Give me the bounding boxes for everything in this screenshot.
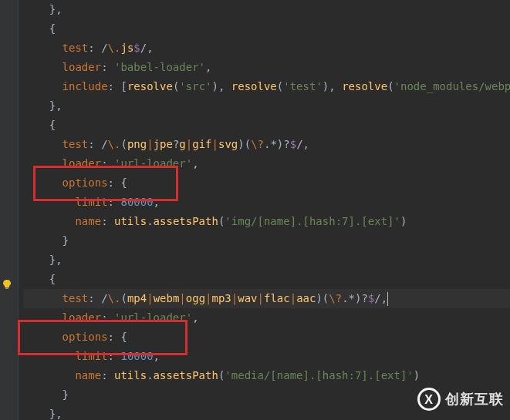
code-line[interactable]: { [23, 116, 510, 135]
code-line[interactable]: { [23, 19, 510, 39]
code-line[interactable]: name: utils.assetsPath('img/[name].[hash… [23, 212, 510, 231]
code-line[interactable]: { [23, 270, 510, 289]
code-line[interactable]: test: /\.(png|jpe?g|gif|svg)(\?.*)?$/, [23, 135, 510, 154]
editor-gutter [0, 0, 19, 420]
code-line[interactable]: } [23, 231, 510, 250]
code-line[interactable]: test: /\.js$/, [23, 39, 510, 58]
code-line[interactable]: limit: 80000, [23, 193, 510, 212]
text-caret [387, 292, 388, 306]
code-line[interactable]: loader: 'url-loader', [23, 308, 510, 328]
watermark-text: 创新互联 [445, 390, 504, 409]
svg-rect-0 [5, 288, 8, 289]
code-line[interactable]: }, [23, 250, 510, 270]
code-line[interactable]: options: { [23, 173, 510, 193]
code-line[interactable]: loader: 'url-loader', [23, 154, 510, 173]
code-line[interactable]: }, [23, 0, 510, 19]
code-line[interactable]: loader: 'babel-loader', [23, 58, 510, 77]
intention-bulb-icon[interactable] [2, 279, 12, 290]
code-line[interactable]: test: /\.(mp4|webm|ogg|mp3|wav|flac|aac)… [23, 289, 510, 308]
watermark-logo-icon: X [417, 388, 441, 411]
watermark: X 创新互联 [417, 388, 504, 411]
code-line[interactable]: limit: 10000, [23, 347, 510, 366]
code-line[interactable]: options: { [23, 328, 510, 347]
code-editor[interactable]: }, { test: /\.js$/, loader: 'babel-loade… [19, 0, 510, 420]
code-line[interactable]: }, [23, 96, 510, 116]
code-line[interactable]: name: utils.assetsPath('media/[name].[ha… [23, 366, 510, 385]
code-line[interactable]: include: [resolve('src'), resolve('test'… [23, 77, 510, 96]
